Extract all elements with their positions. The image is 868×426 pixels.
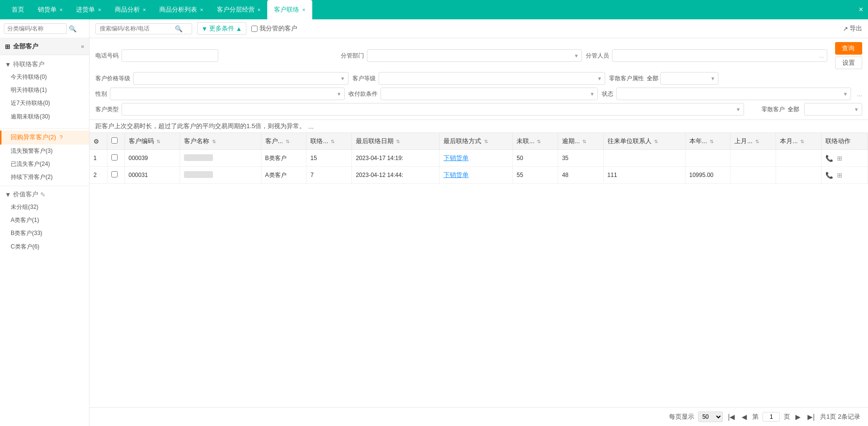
contact-method-link-1[interactable]: 下销货单: [443, 154, 469, 162]
sort-icon-cmonth[interactable]: ⇅: [800, 139, 804, 144]
sidebar-item-c-class[interactable]: C类客户(6): [0, 240, 89, 253]
chevron-down-icon-7: ▼: [590, 91, 594, 97]
retail-customer-value: 全部: [788, 105, 799, 114]
more-action-icon-1[interactable]: ⊞: [837, 155, 842, 162]
sidebar-item-tomorrow[interactable]: 明天待联络(1): [0, 84, 89, 97]
sidebar-item-ungroup[interactable]: 未分组(32): [0, 201, 89, 214]
search-input[interactable]: [100, 25, 175, 32]
sidebar-item-7days[interactable]: 近7天待联络(0): [0, 97, 89, 110]
gear-icon[interactable]: ⚙: [93, 138, 99, 145]
customer-type-select[interactable]: ▼: [122, 103, 744, 116]
sidebar-item-today[interactable]: 今天待联络(0): [0, 71, 89, 84]
search-icon[interactable]: 🔍: [175, 25, 183, 32]
close-tab-purchase[interactable]: ×: [98, 7, 101, 13]
close-tab-product-list[interactable]: ×: [200, 7, 203, 13]
close-tab-customer-contact[interactable]: ×: [302, 7, 305, 13]
sort-icon-lmonth[interactable]: ⇅: [755, 139, 759, 144]
th-current-year: 本年... ⇅: [685, 133, 731, 150]
th-overdue: 逾期... ⇅: [558, 133, 603, 150]
sort-icon-year[interactable]: ⇅: [710, 139, 714, 144]
price-level-select[interactable]: ▼: [133, 72, 349, 85]
close-tab-customer-ops[interactable]: ×: [258, 7, 260, 13]
collapse-sidebar-icon[interactable]: «: [81, 43, 84, 50]
chevron-down-icon: ▼: [574, 53, 579, 59]
settings-button[interactable]: 设置: [835, 57, 862, 69]
sort-icon-code[interactable]: ⇅: [156, 139, 160, 144]
sidebar-item-lost[interactable]: 已流失客户(24): [0, 158, 89, 171]
edit-icon[interactable]: ✎: [40, 191, 46, 198]
chevron-down-icon-5: ▼: [710, 76, 715, 81]
sidebar-item-overdue[interactable]: 逾期未联络(30): [0, 110, 89, 123]
nav-tab-product-analysis[interactable]: 商品分析 ×: [108, 0, 152, 19]
retail-customer-select[interactable]: ▼: [804, 103, 862, 116]
nav-tab-home[interactable]: 首页: [5, 0, 31, 19]
nav-tab-customer-contact[interactable]: 客户联络 ×: [267, 0, 312, 19]
branch-person-select[interactable]: …: [612, 49, 827, 62]
sort-icon-contact[interactable]: ⇅: [331, 139, 335, 144]
sidebar-item-loss-warning[interactable]: 流失预警客户(3): [0, 145, 89, 158]
select-all-checkbox[interactable]: [111, 137, 118, 144]
nav-tab-product-list[interactable]: 商品分析列表 ×: [152, 0, 210, 19]
filter-field-gender: 性别 ▼: [95, 88, 345, 100]
sidebar-item-repurchase-abnormal[interactable]: 回购异常客户(2) ?: [0, 131, 89, 145]
sidebar-search-icon[interactable]: 🔍: [69, 25, 76, 32]
sort-icon-name[interactable]: ⇅: [212, 139, 216, 144]
sidebar-item-b-class[interactable]: B类客户(33): [0, 227, 89, 240]
sidebar-item-declining[interactable]: 持续下滑客户(2): [0, 171, 89, 184]
sort-icon-type[interactable]: ⇅: [286, 139, 289, 144]
next-page-button[interactable]: ▶: [794, 413, 802, 421]
last-page-button[interactable]: ▶|: [806, 413, 816, 421]
customer-level-label: 客户等级: [352, 74, 376, 83]
close-tab-sales[interactable]: ×: [60, 7, 62, 13]
per-page-select[interactable]: 20 50 100 200: [698, 411, 723, 422]
row-checkbox-1[interactable]: [111, 154, 118, 161]
phone-input[interactable]: [122, 49, 218, 62]
sort-icon-overdue[interactable]: ⇅: [582, 139, 586, 144]
export-button[interactable]: ↗ 导出: [843, 24, 862, 33]
td-contact-2: 7: [306, 167, 352, 184]
sort-icon-unlink[interactable]: ⇅: [537, 139, 541, 144]
sidebar-group-pending-title[interactable]: ▼ 待联络客户: [0, 58, 89, 71]
sidebar-all-customers[interactable]: ⊞ 全部客户 «: [0, 38, 89, 55]
page-input[interactable]: [762, 412, 780, 422]
filter-dots[interactable]: ...: [857, 90, 862, 98]
my-customers-checkbox-wrap[interactable]: 我分管的客户: [251, 24, 297, 33]
chevron-down-icon-8: ▼: [843, 91, 848, 97]
retail-attr-select[interactable]: ▼: [660, 72, 718, 85]
sidebar-search-input[interactable]: [4, 23, 67, 34]
filter-row-2: 客户价格等级 ▼ 客户等级 ▼ 零散客户属性 全部: [95, 72, 862, 85]
sidebar-value-customers-title[interactable]: ▼ 价值客户 ✎: [0, 188, 89, 201]
my-customers-checkbox[interactable]: [251, 26, 258, 32]
gender-select[interactable]: ▼: [110, 88, 345, 100]
branch-dept-select[interactable]: ▼: [367, 49, 582, 62]
nav-tab-sales[interactable]: 销货单 ×: [31, 0, 69, 19]
th-checkbox: [107, 133, 124, 150]
close-all-tabs[interactable]: ×: [859, 5, 863, 14]
sort-icon-method[interactable]: ⇅: [484, 139, 488, 144]
contact-method-link-2[interactable]: 下销货单: [443, 171, 469, 178]
more-conditions-button[interactable]: ▼ 更多条件 ▲: [197, 22, 246, 35]
payment-select[interactable]: ▼: [381, 88, 598, 100]
filter-row-3: 性别 ▼ 收付款条件 ▼ 状态: [95, 88, 862, 100]
first-page-button[interactable]: |◀: [727, 413, 737, 421]
filter-field-payment: 收付款条件 ▼: [349, 88, 598, 100]
payment-label: 收付款条件: [349, 90, 378, 98]
sort-icon-date[interactable]: ⇅: [396, 139, 400, 144]
row-checkbox-2[interactable]: [111, 171, 118, 177]
sidebar-group-pending: ▼ 待联络客户 今天待联络(0) 明天待联络(1) 近7天待联络(0) 逾期未联…: [0, 55, 89, 126]
phone-action-icon-1[interactable]: 📞: [825, 155, 833, 162]
more-action-icon-2[interactable]: ⊞: [837, 172, 842, 179]
customer-level-select[interactable]: ▼: [379, 72, 606, 85]
branch-dept-label: 分管部门: [341, 52, 364, 60]
sort-icon-person[interactable]: ⇅: [654, 139, 658, 144]
nav-tab-purchase[interactable]: 进货单 ×: [69, 0, 107, 19]
close-tab-product-analysis[interactable]: ×: [143, 7, 146, 13]
status-select[interactable]: ▼: [616, 88, 851, 100]
td-type-1: B类客户: [261, 150, 306, 167]
phone-action-icon-2[interactable]: 📞: [825, 172, 833, 179]
sidebar-item-a-class[interactable]: A类客户(1): [0, 214, 89, 227]
pagination-bar: 每页显示 20 50 100 200 |◀ ◀ 第 页 ▶ ▶| 共1页 2条记…: [90, 407, 868, 426]
prev-page-button[interactable]: ◀: [740, 413, 748, 421]
query-button[interactable]: 查询: [835, 42, 862, 55]
nav-tab-customer-ops[interactable]: 客户分层经营 ×: [210, 0, 267, 19]
